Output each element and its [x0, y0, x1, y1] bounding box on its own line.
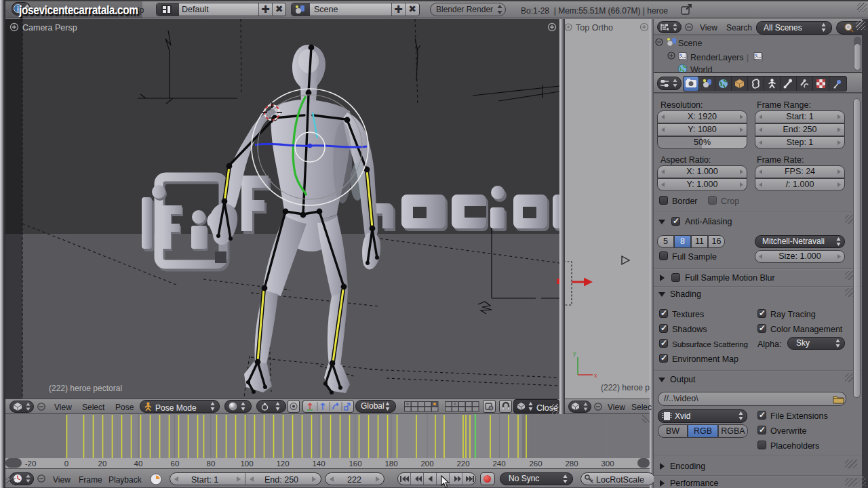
svg-text:20: 20 — [98, 460, 107, 468]
svg-text:280: 280 — [565, 460, 578, 468]
svg-text:(222) heroe p: (222) heroe p — [601, 383, 650, 392]
svg-text:0: 0 — [64, 460, 68, 468]
svg-text:300: 300 — [601, 460, 614, 468]
svg-text:100: 100 — [240, 460, 253, 468]
svg-text:x: x — [594, 372, 597, 379]
svg-text:y: y — [573, 350, 576, 357]
svg-text:60: 60 — [171, 460, 180, 468]
svg-text:240: 240 — [492, 460, 505, 468]
svg-text:260: 260 — [529, 460, 542, 468]
svg-text:40: 40 — [134, 460, 143, 468]
svg-text:80: 80 — [207, 460, 216, 468]
svg-text:180: 180 — [384, 460, 397, 468]
svg-text:Top Ortho: Top Ortho — [576, 23, 613, 33]
svg-text:160: 160 — [349, 460, 361, 468]
svg-text:-20: -20 — [25, 460, 37, 468]
svg-text:(222) heroe pectoral: (222) heroe pectoral — [49, 384, 122, 393]
svg-text:120: 120 — [276, 460, 289, 468]
svg-text:Camera Persp: Camera Persp — [22, 23, 77, 33]
svg-text:220: 220 — [456, 460, 469, 468]
svg-text:200: 200 — [420, 460, 433, 468]
svg-text:140: 140 — [312, 460, 325, 468]
